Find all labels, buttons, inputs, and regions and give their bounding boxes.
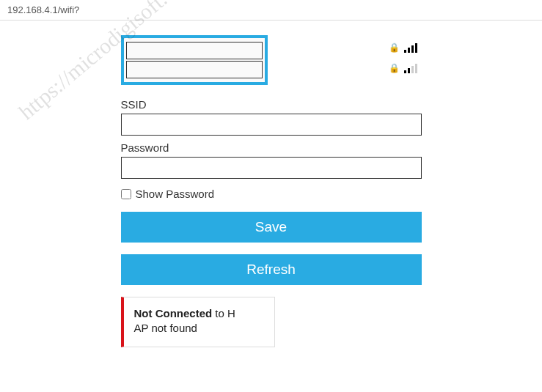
status-line2: AP not found [134, 322, 197, 334]
ssid-label: SSID [121, 98, 422, 111]
ssid-input[interactable] [121, 114, 422, 136]
refresh-button[interactable]: Refresh [121, 254, 422, 285]
save-button[interactable]: Save [121, 212, 422, 243]
lock-icon: 🔒 [389, 42, 400, 53]
signal-column: 🔒 🔒 [389, 35, 422, 73]
lock-icon: 🔒 [389, 63, 400, 73]
password-label: Password [121, 141, 422, 154]
url-text: 192.168.4.1/wifi? [7, 4, 79, 15]
signal-icon [404, 63, 417, 73]
network-item[interactable] [126, 61, 263, 78]
status-strong: Not Connected [134, 307, 213, 319]
signal-row: 🔒 [389, 42, 417, 53]
show-password-row[interactable]: Show Password [121, 188, 422, 200]
status-box: Not Connected to H AP not found [121, 297, 275, 347]
networks-row: 🔒 🔒 [121, 35, 422, 85]
status-rest: to H [212, 307, 235, 319]
signal-row: 🔒 [389, 63, 417, 73]
networks-list [121, 35, 268, 85]
password-input[interactable] [121, 157, 422, 179]
show-password-checkbox[interactable] [121, 189, 131, 199]
main-container: 🔒 🔒 SSID Password Show Password Save Ref… [114, 35, 429, 347]
signal-icon [404, 42, 417, 53]
network-item[interactable] [126, 42, 263, 59]
show-password-label: Show Password [136, 188, 215, 200]
address-bar: 192.168.4.1/wifi? [0, 0, 542, 21]
